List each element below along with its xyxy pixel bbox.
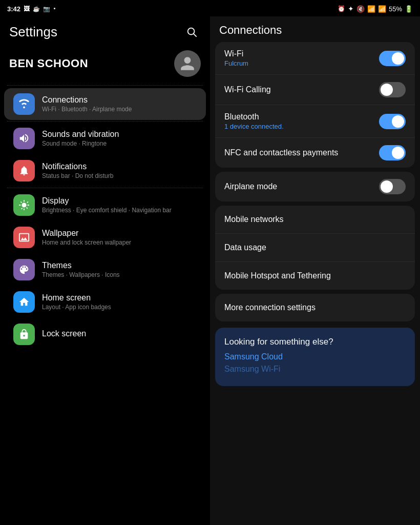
sidebar-item-notifications[interactable]: Notifications Status bar · Do not distur… bbox=[4, 155, 206, 187]
wallpaper-sublabel: Home and lock screen wallpaper bbox=[42, 239, 197, 246]
notifications-text: Notifications Status bar · Do not distur… bbox=[42, 162, 197, 179]
themes-sublabel: Themes · Wallpapers · Icons bbox=[42, 271, 197, 278]
display-icon bbox=[13, 194, 35, 216]
wifi-calling-item[interactable]: Wi-Fi Calling bbox=[215, 75, 415, 105]
divider-3 bbox=[7, 188, 203, 188]
user-name: BEN SCHOON bbox=[9, 57, 88, 70]
looking-card: Looking for something else? Samsung Clou… bbox=[215, 328, 415, 386]
airplane-label: Airplane mode bbox=[224, 182, 379, 191]
notifications-sublabel: Status bar · Do not disturb bbox=[42, 172, 197, 179]
battery-icon: 🔋 bbox=[405, 5, 413, 13]
bluetooth-info: Bluetooth 1 device connected. bbox=[224, 112, 379, 130]
data-usage-label: Data usage bbox=[224, 243, 266, 252]
alarm-icon: ⏰ bbox=[338, 5, 345, 12]
connections-icon bbox=[13, 93, 35, 115]
battery-label: 55% bbox=[389, 5, 402, 13]
status-left: 3:42 🖼 ☕ 📷 · bbox=[7, 5, 56, 13]
sounds-label: Sounds and vibration bbox=[42, 130, 197, 139]
wifi-label: Wi-Fi bbox=[224, 49, 379, 58]
settings-title: Settings bbox=[9, 24, 57, 40]
wifi-calling-label: Wi-Fi Calling bbox=[224, 85, 379, 94]
sidebar-item-display[interactable]: Display Brightness · Eye comfort shield … bbox=[4, 189, 206, 221]
wifi-info: Wi-Fi Fulcrum bbox=[224, 49, 379, 67]
airplane-item[interactable]: Airplane mode bbox=[215, 172, 415, 201]
hotspot-item[interactable]: Mobile Hotspot and Tethering bbox=[215, 262, 415, 290]
connections-card: Wi-Fi Fulcrum Wi-Fi Calling Bluetooth 1 … bbox=[215, 42, 415, 168]
more-settings-card: More connection settings bbox=[215, 294, 415, 321]
homescreen-label: Home screen bbox=[42, 293, 197, 302]
nfc-toggle[interactable] bbox=[379, 145, 406, 160]
notification-icon: 🖼 bbox=[24, 5, 30, 12]
svg-line-1 bbox=[194, 34, 197, 37]
sounds-text: Sounds and vibration Sound mode · Ringto… bbox=[42, 130, 197, 147]
left-header: Settings bbox=[0, 16, 210, 45]
sounds-icon bbox=[13, 128, 35, 149]
homescreen-text: Home screen Layout · App icon badges bbox=[42, 293, 197, 311]
sidebar-item-themes[interactable]: Themes Themes · Wallpapers · Icons bbox=[4, 254, 206, 286]
display-text: Display Brightness · Eye comfort shield … bbox=[42, 196, 197, 214]
bluetooth-status: 1 device connected. bbox=[224, 123, 379, 130]
homescreen-icon bbox=[13, 291, 35, 313]
display-label: Display bbox=[42, 196, 197, 206]
sidebar-item-homescreen[interactable]: Home screen Layout · App icon badges bbox=[4, 286, 206, 318]
wifi-item[interactable]: Wi-Fi Fulcrum bbox=[215, 42, 415, 75]
status-bar: 3:42 🖼 ☕ 📷 · ⏰ ✦ 🔇 📶 📶 55% 🔋 bbox=[0, 0, 420, 16]
more-settings-label: More connection settings bbox=[224, 303, 316, 312]
bluetooth-label: Bluetooth bbox=[224, 112, 379, 122]
mobile-networks-label: Mobile networks bbox=[224, 215, 284, 224]
time: 3:42 bbox=[7, 5, 20, 13]
sidebar-item-lockscreen[interactable]: Lock screen bbox=[4, 318, 206, 350]
connections-sublabel: Wi-Fi · Bluetooth · Airplane mode bbox=[42, 106, 197, 113]
wallpaper-text: Wallpaper Home and lock screen wallpaper bbox=[42, 229, 197, 246]
themes-label: Themes bbox=[42, 261, 197, 270]
wallpaper-label: Wallpaper bbox=[42, 229, 197, 238]
more-settings-item[interactable]: More connection settings bbox=[215, 294, 415, 321]
hotspot-label: Mobile Hotspot and Tethering bbox=[224, 271, 331, 280]
wifi-status-icon: 📶 bbox=[367, 5, 375, 13]
sidebar-item-connections[interactable]: Connections Wi-Fi · Bluetooth · Airplane… bbox=[4, 88, 206, 120]
mobile-networks-item[interactable]: Mobile networks bbox=[215, 206, 415, 234]
mute-icon: 🔇 bbox=[356, 5, 365, 13]
avatar bbox=[174, 50, 201, 77]
user-profile[interactable]: BEN SCHOON bbox=[0, 45, 210, 84]
status-right: ⏰ ✦ 🔇 📶 📶 55% 🔋 bbox=[338, 5, 413, 13]
divider-2 bbox=[7, 121, 203, 122]
app-icon-2: 📷 bbox=[43, 6, 50, 12]
homescreen-sublabel: Layout · App icon badges bbox=[42, 304, 197, 311]
wifi-toggle[interactable] bbox=[379, 51, 406, 66]
right-header: Connections bbox=[215, 16, 415, 42]
network-menu-card: Mobile networks Data usage Mobile Hotspo… bbox=[215, 206, 415, 290]
svg-point-0 bbox=[188, 28, 195, 35]
lockscreen-label: Lock screen bbox=[42, 329, 197, 338]
airplane-toggle[interactable] bbox=[379, 179, 406, 194]
notifications-icon bbox=[13, 160, 35, 181]
main-content: Settings BEN SCHOON bbox=[0, 16, 420, 525]
notifications-label: Notifications bbox=[42, 162, 197, 171]
search-button[interactable] bbox=[182, 23, 201, 41]
airplane-info: Airplane mode bbox=[224, 182, 379, 191]
data-usage-item[interactable]: Data usage bbox=[215, 234, 415, 262]
connections-label: Connections bbox=[42, 95, 197, 105]
bluetooth-item[interactable]: Bluetooth 1 device connected. bbox=[215, 105, 415, 138]
wallpaper-icon bbox=[13, 227, 35, 248]
sidebar-item-wallpaper[interactable]: Wallpaper Home and lock screen wallpaper bbox=[4, 221, 206, 253]
settings-list: Connections Wi-Fi · Bluetooth · Airplane… bbox=[0, 87, 210, 521]
samsung-cloud-link[interactable]: Samsung Cloud bbox=[224, 352, 406, 361]
looking-title: Looking for something else? bbox=[224, 337, 406, 347]
nfc-item[interactable]: NFC and contactless payments bbox=[215, 138, 415, 168]
divider-1 bbox=[7, 85, 203, 86]
lockscreen-text: Lock screen bbox=[42, 329, 197, 339]
signal-icon: 📶 bbox=[378, 5, 386, 13]
themes-text: Themes Themes · Wallpapers · Icons bbox=[42, 261, 197, 278]
samsung-wifi-link[interactable]: Samsung Wi-Fi bbox=[224, 365, 406, 374]
wifi-network: Fulcrum bbox=[224, 59, 379, 67]
sidebar-item-sounds[interactable]: Sounds and vibration Sound mode · Ringto… bbox=[4, 123, 206, 154]
wifi-calling-info: Wi-Fi Calling bbox=[224, 85, 379, 94]
nfc-info: NFC and contactless payments bbox=[224, 148, 379, 157]
bluetooth-toggle[interactable] bbox=[379, 114, 406, 129]
left-panel: Settings BEN SCHOON bbox=[0, 16, 210, 525]
app-icon-1: ☕ bbox=[33, 6, 40, 12]
nfc-label: NFC and contactless payments bbox=[224, 148, 379, 157]
display-sublabel: Brightness · Eye comfort shield · Naviga… bbox=[42, 207, 197, 214]
wifi-calling-toggle[interactable] bbox=[379, 82, 406, 97]
